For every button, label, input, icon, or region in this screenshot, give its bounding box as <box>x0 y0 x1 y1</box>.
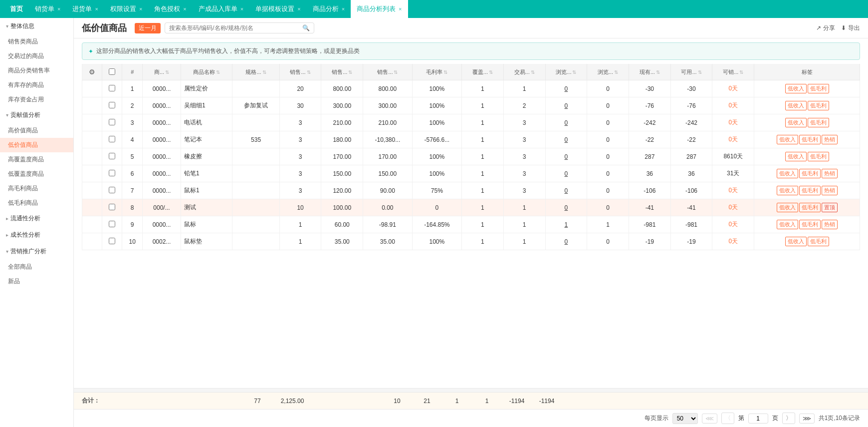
col-name[interactable]: 商品名称⇅ <box>181 64 232 80</box>
col-views2[interactable]: 浏览...⇅ <box>587 64 629 80</box>
next-page-btn[interactable]: 〉 <box>782 413 795 424</box>
cell-views1[interactable]: 0 <box>545 182 587 199</box>
cell-checkbox[interactable] <box>102 216 122 233</box>
cell-views1[interactable]: 0 <box>545 165 587 182</box>
nav-sales-order[interactable]: 销货单 × <box>29 0 66 18</box>
export-button[interactable]: ⬇ 导出 <box>841 24 860 32</box>
row-checkbox-9[interactable] <box>109 238 115 244</box>
col-sales-amount[interactable]: 销售...⇅ <box>321 64 363 80</box>
sidebar-group-overall-title[interactable]: ▾ 整体信息 <box>0 18 73 34</box>
time-filter-btn[interactable]: 近一月 <box>135 23 161 33</box>
col-views1[interactable]: 浏览...⇅ <box>545 64 587 80</box>
cell-checkbox[interactable] <box>102 80 122 97</box>
select-all-checkbox[interactable] <box>109 68 115 75</box>
sidebar-item-high-value[interactable]: 高价值商品 <box>0 123 73 138</box>
row-checkbox-6[interactable] <box>109 187 115 193</box>
cell-checkbox[interactable] <box>102 114 122 131</box>
col-current-stock[interactable]: 现有...⇅ <box>629 64 670 80</box>
nav-purchase-order-close[interactable]: × <box>95 6 98 12</box>
nav-product-analysis[interactable]: 商品分析 × <box>307 0 351 18</box>
sidebar-item-new-goods[interactable]: 新品 <box>0 274 73 289</box>
sidebar-item-category-rate[interactable]: 商品分类销售率 <box>0 63 73 78</box>
col-code[interactable]: 商...⇅ <box>143 64 181 80</box>
cell-checkbox[interactable] <box>102 199 122 216</box>
cell-checkbox[interactable] <box>102 233 122 250</box>
col-checkbox[interactable] <box>102 64 122 80</box>
row-checkbox-3[interactable] <box>109 136 115 142</box>
sidebar-item-stock-capital[interactable]: 库存资金占用 <box>0 92 73 107</box>
col-coverage[interactable]: 覆盖...⇅ <box>462 64 504 80</box>
row-checkbox-8[interactable] <box>109 221 115 227</box>
sidebar-item-stocked-goods[interactable]: 有库存的商品 <box>0 78 73 92</box>
nav-sales-order-close[interactable]: × <box>57 6 60 12</box>
nav-product-inbound-close[interactable]: × <box>240 6 243 12</box>
share-button[interactable]: ↗ 分享 <box>816 24 835 32</box>
views1-link[interactable]: 0 <box>565 238 568 245</box>
sidebar-group-contribution-title[interactable]: ▾ 贡献值分析 <box>0 107 73 123</box>
row-checkbox-5[interactable] <box>109 170 115 176</box>
nav-template-settings-close[interactable]: × <box>297 6 300 12</box>
row-checkbox-2[interactable] <box>109 119 115 125</box>
nav-product-analysis-list[interactable]: 商品分析列表 × <box>351 0 408 18</box>
cell-checkbox[interactable] <box>102 97 122 114</box>
sidebar-item-sales-goods[interactable]: 销售类商品 <box>0 34 73 49</box>
nav-role-auth-close[interactable]: × <box>183 6 186 12</box>
views1-link[interactable]: 0 <box>565 187 568 194</box>
views1-link[interactable]: 0 <box>565 170 568 177</box>
prev-page-btn[interactable]: 〈 <box>721 413 734 424</box>
sidebar-item-high-margin[interactable]: 高毛利商品 <box>0 181 73 196</box>
col-sales-cost[interactable]: 销售...⇅ <box>363 64 412 80</box>
sidebar-item-low-coverage[interactable]: 低覆盖度商品 <box>0 167 73 181</box>
sidebar-item-high-coverage[interactable]: 高覆盖度商品 <box>0 152 73 167</box>
cell-views1[interactable]: 1 <box>545 216 587 233</box>
search-input[interactable] <box>169 24 302 31</box>
sidebar-item-all-goods[interactable]: 全部商品 <box>0 260 73 274</box>
cell-views1[interactable]: 0 <box>545 148 587 165</box>
views1-link[interactable]: 0 <box>565 85 568 92</box>
cell-views1[interactable]: 0 <box>545 80 587 97</box>
page-size-select[interactable]: 50 20 100 <box>672 413 698 424</box>
col-gear[interactable]: ⚙ <box>82 64 102 80</box>
sidebar-item-traded-goods[interactable]: 交易过的商品 <box>0 49 73 63</box>
col-gross-margin[interactable]: 毛利率⇅ <box>412 64 461 80</box>
settings-icon[interactable]: ⚙ <box>89 68 95 76</box>
col-transactions[interactable]: 交易...⇅ <box>503 64 545 80</box>
nav-role-auth[interactable]: 角色授权 × <box>148 0 192 18</box>
sidebar-group-flow-title[interactable]: ▸ 流通性分析 <box>0 210 73 227</box>
nav-product-inbound[interactable]: 产成品入库单 × <box>193 0 249 18</box>
last-page-btn[interactable]: ⋙ <box>799 414 815 424</box>
nav-purchase-order[interactable]: 进货单 × <box>66 0 104 18</box>
nav-template-settings[interactable]: 单据模板设置 × <box>249 0 306 18</box>
views1-link[interactable]: 0 <box>565 136 568 143</box>
cell-views1[interactable]: 0 <box>545 97 587 114</box>
current-page-input[interactable] <box>748 414 768 424</box>
col-saleable-stock[interactable]: 可销...⇅ <box>712 64 754 80</box>
cell-views1[interactable]: 0 <box>545 131 587 148</box>
col-sales-qty[interactable]: 销售...⇅ <box>279 64 321 80</box>
cell-checkbox[interactable] <box>102 165 122 182</box>
cell-checkbox[interactable] <box>102 131 122 148</box>
col-available-stock[interactable]: 可用...⇅ <box>670 64 712 80</box>
nav-permission[interactable]: 权限设置 × <box>104 0 148 18</box>
nav-product-analysis-close[interactable]: × <box>342 6 345 12</box>
search-icon[interactable]: 🔍 <box>302 24 310 31</box>
cell-views1[interactable]: 0 <box>545 233 587 250</box>
views1-link[interactable]: 1 <box>565 221 568 228</box>
nav-permission-close[interactable]: × <box>139 6 142 12</box>
views1-link[interactable]: 0 <box>565 204 568 211</box>
sidebar-item-low-margin[interactable]: 低毛利商品 <box>0 196 73 210</box>
row-checkbox-7[interactable] <box>109 204 115 210</box>
row-checkbox-4[interactable] <box>109 153 115 159</box>
views1-link[interactable]: 0 <box>565 102 568 109</box>
views1-link[interactable]: 0 <box>565 119 568 126</box>
first-page-btn[interactable]: ⋘ <box>702 414 717 424</box>
cell-checkbox[interactable] <box>102 148 122 165</box>
row-checkbox-0[interactable] <box>109 85 115 91</box>
sidebar-item-low-value[interactable]: 低价值商品 <box>0 138 73 152</box>
nav-home[interactable]: 首页 <box>4 0 29 18</box>
sidebar-group-growth-title[interactable]: ▸ 成长性分析 <box>0 227 73 243</box>
col-spec[interactable]: 规格...⇅ <box>232 64 279 80</box>
cell-views1[interactable]: 0 <box>545 199 587 216</box>
row-checkbox-1[interactable] <box>109 102 115 108</box>
views1-link[interactable]: 0 <box>565 153 568 160</box>
